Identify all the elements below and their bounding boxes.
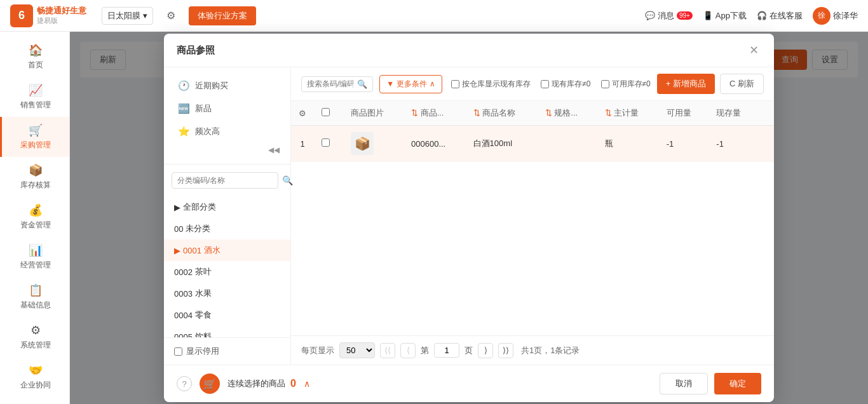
top-nav: 6 畅捷通好生意 捷易版 日太阳膜 ▾ ⚙ 体验行业方案 💬 消息 99+ 📱 …: [0, 0, 868, 32]
arrow-active-icon: ▶: [174, 246, 180, 255]
column-unit[interactable]: ⇅ 主计量: [597, 101, 659, 126]
column-stock[interactable]: 现存量: [709, 101, 759, 126]
tab-frequent[interactable]: ⭐ 频次高: [172, 121, 283, 142]
enterprise-icon: 🤝: [29, 363, 43, 377]
sidebar-item-enterprise[interactable]: 🤝 企业协同: [0, 357, 69, 397]
nav-selector[interactable]: 日太阳膜 ▾: [102, 7, 153, 25]
row-name: 白酒100ml: [466, 126, 538, 162]
user-profile-nav-item[interactable]: 徐 徐泽华: [813, 7, 858, 25]
row-code: 000600...: [403, 126, 466, 162]
sidebar-item-system[interactable]: ⚙ 系统管理: [0, 317, 69, 357]
messages-badge: 99+: [677, 11, 693, 20]
category-item-0003[interactable]: 0003 水果: [164, 283, 290, 304]
app-download-nav-item[interactable]: 📱 App下载: [703, 10, 747, 22]
filter-checkboxes: 按仓库显示现有库存 现有库存≠0 可用库存≠0: [451, 79, 651, 90]
column-available[interactable]: 可用量: [659, 101, 709, 126]
sales-icon: 📈: [29, 83, 43, 97]
first-page-button[interactable]: ⟨⟨: [380, 343, 395, 358]
row-checkbox[interactable]: [314, 126, 343, 162]
avatar: 徐: [813, 7, 831, 25]
select-all-checkbox[interactable]: [322, 108, 330, 116]
category-item-0005[interactable]: 0005 饮料: [164, 326, 290, 337]
message-icon: 💬: [645, 11, 655, 20]
page-number-input[interactable]: [434, 343, 459, 358]
modal-body: 🕐 近期购买 🆕 新品 ⭐ 频次高: [164, 67, 774, 365]
purchase-icon: 🛒: [29, 123, 43, 137]
category-item-all[interactable]: ▶ 全部分类: [164, 196, 290, 218]
category-search-input[interactable]: [172, 172, 278, 189]
footer-actions: 取消 确定: [660, 373, 761, 394]
sidebar-item-inventory[interactable]: 📦 库存核算: [0, 157, 69, 197]
content-area: 刷新 查询 设置 商品参照 ✕: [70, 32, 868, 404]
sort-icon-name: ⇅: [473, 108, 480, 118]
show-disabled-checkbox[interactable]: [174, 347, 182, 356]
modal-title: 商品参照: [177, 44, 215, 57]
category-item-00[interactable]: 00 未分类: [164, 218, 290, 239]
row-spec: [538, 126, 597, 162]
sidebar-item-sales[interactable]: 📈 销售管理: [0, 77, 69, 117]
product-thumbnail: 📦: [351, 132, 374, 155]
messages-nav-item[interactable]: 💬 消息 99+: [645, 10, 693, 22]
chevron-down-icon: ▾: [143, 11, 147, 20]
sidebar-item-basic-info[interactable]: 📋 基础信息: [0, 277, 69, 317]
sidebar-item-operations[interactable]: 📊 经营管理: [0, 237, 69, 277]
sidebar-item-guide[interactable]: 🎯 新手引导: [0, 397, 69, 404]
gear-icon[interactable]: ⚙: [161, 6, 181, 26]
cancel-button[interactable]: 取消: [660, 373, 708, 394]
sort-icon-spec: ⇅: [545, 108, 552, 118]
logo-sub: 捷易版: [37, 16, 86, 25]
toolbar: 🔍 ▼ 更多条件 ∧ 按仓库显示现有库存: [291, 67, 774, 101]
left-tabs: 🕐 近期购买 🆕 新品 ⭐ 频次高: [164, 67, 290, 161]
system-icon: ⚙: [31, 323, 41, 337]
row-number: 1: [291, 126, 314, 162]
column-code[interactable]: ⇅ 商品...: [403, 101, 466, 126]
refresh-product-button[interactable]: C 刷新: [720, 74, 764, 94]
collapse-footer-icon[interactable]: ∧: [304, 379, 310, 389]
prev-page-button[interactable]: ⟨: [400, 343, 416, 358]
filter-icon: ▼: [386, 79, 394, 88]
sidebar-item-home[interactable]: 🏠 首页: [0, 37, 69, 77]
online-service-nav-item[interactable]: 🎧 在线客服: [757, 10, 803, 22]
collapse-button[interactable]: ◀◀: [268, 144, 280, 156]
column-spec[interactable]: ⇅ 规格...: [538, 101, 597, 126]
logo-icon: 6: [10, 4, 33, 27]
checkbox-warehouse-stock[interactable]: 按仓库显示现有库存: [451, 79, 531, 90]
cart-button[interactable]: 🛒: [200, 374, 220, 394]
category-item-0001[interactable]: ▶ 0001 酒水: [164, 239, 290, 261]
product-search-input[interactable]: [307, 79, 353, 88]
add-product-button[interactable]: + 新增商品: [657, 74, 715, 94]
checkbox-nonzero-stock[interactable]: 现有库存≠0: [541, 79, 590, 90]
modal-overlay[interactable]: 商品参照 ✕ 🕐 近期购买 🆕: [70, 32, 868, 404]
trial-button[interactable]: 体验行业方案: [189, 6, 256, 25]
clock-icon: 🕐: [178, 80, 190, 91]
category-item-0002[interactable]: 0002 茶叶: [164, 261, 290, 283]
column-settings[interactable]: ⚙: [291, 101, 314, 126]
last-page-button[interactable]: ⟩⟩: [498, 343, 513, 358]
pagination-bar: 每页显示 50 100 200 ⟨⟨ ⟨ 第 页 ⟩: [291, 335, 774, 365]
category-item-0004[interactable]: 0004 零食: [164, 304, 290, 326]
select-count-badge: 0: [290, 378, 296, 389]
left-panel: 🕐 近期购买 🆕 新品 ⭐ 频次高: [164, 67, 291, 365]
checkbox-available-stock[interactable]: 可用库存≠0: [601, 79, 651, 90]
filter-button[interactable]: ▼ 更多条件 ∧: [379, 75, 442, 93]
sidebar-item-finance[interactable]: 💰 资金管理: [0, 197, 69, 237]
confirm-button[interactable]: 确定: [714, 373, 761, 394]
toolbar-right: + 新增商品 C 刷新: [657, 74, 764, 94]
home-icon: 🏠: [29, 43, 43, 57]
help-icon[interactable]: ?: [177, 376, 192, 391]
divider: [164, 164, 290, 165]
category-search-area: 🔍: [164, 167, 290, 194]
column-name[interactable]: ⇅ 商品名称: [466, 101, 538, 126]
sort-icon-unit: ⇅: [605, 108, 612, 118]
product-search-box[interactable]: 🔍: [301, 76, 373, 92]
mobile-icon: 📱: [703, 11, 713, 20]
tab-recent-purchase[interactable]: 🕐 近期购买: [172, 75, 283, 97]
modal-close-button[interactable]: ✕: [746, 43, 761, 58]
tab-new-products[interactable]: 🆕 新品: [172, 98, 283, 119]
sidebar-item-purchase[interactable]: 🛒 采购管理: [0, 117, 69, 157]
chevron-up-icon: ∧: [430, 79, 435, 88]
table-row[interactable]: 1 📦 000600... 白酒100ml: [291, 126, 774, 162]
headset-icon: 🎧: [757, 11, 767, 20]
per-page-select[interactable]: 50 100 200: [339, 342, 375, 358]
next-page-button[interactable]: ⟩: [478, 343, 493, 358]
